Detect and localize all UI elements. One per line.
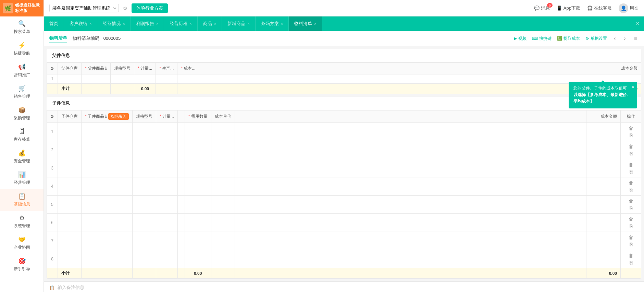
system-selector[interactable]: 装备及固定资产辅助管理系统 bbox=[49, 4, 119, 12]
delete-button[interactable]: 🗑 bbox=[627, 234, 635, 241]
child-unit-cost-cell[interactable] bbox=[211, 177, 235, 196]
sidebar-item-search[interactable]: 🔍 搜索菜单 bbox=[0, 16, 44, 38]
child-spec-cell[interactable] bbox=[132, 250, 156, 268]
child-unit-cell[interactable] bbox=[156, 196, 177, 214]
app-download-action[interactable]: 📱 App下载 bbox=[557, 5, 580, 11]
tab-profit-close[interactable]: × bbox=[156, 22, 158, 26]
tab-bom[interactable]: 物料清单 × bbox=[289, 16, 322, 31]
parent-col-settings[interactable]: ⚙ bbox=[47, 63, 58, 74]
child-unit-cost-cell[interactable] bbox=[211, 196, 235, 214]
sidebar-item-basic[interactable]: 📋 基础信息 bbox=[0, 189, 44, 211]
child-unit-cost-cell[interactable] bbox=[211, 141, 235, 159]
copy-button[interactable]: ⎘ bbox=[628, 259, 634, 266]
child-product-cell[interactable] bbox=[82, 232, 133, 250]
tab-profit[interactable]: 利润报告 × bbox=[131, 16, 164, 31]
child-qty-cell[interactable] bbox=[185, 123, 211, 141]
child-unit-cell[interactable] bbox=[156, 250, 177, 268]
delete-button[interactable]: 🗑 bbox=[627, 161, 635, 168]
tab-history-close[interactable]: × bbox=[189, 22, 191, 26]
delete-button[interactable]: 🗑 bbox=[627, 143, 635, 150]
child-spec-cell[interactable] bbox=[132, 159, 156, 177]
child-qty-cell[interactable] bbox=[185, 141, 211, 159]
sub-tab-bom-list[interactable]: 物料清单 bbox=[49, 34, 67, 43]
child-warehouse-cell[interactable] bbox=[58, 214, 82, 232]
child-warehouse-cell[interactable] bbox=[58, 123, 82, 141]
copy-button[interactable]: ⎘ bbox=[628, 132, 634, 139]
delete-button[interactable]: 🗑 bbox=[627, 216, 635, 223]
copy-button[interactable]: ⎘ bbox=[628, 150, 634, 157]
parent-warehouse-cell[interactable] bbox=[58, 74, 82, 84]
tab-new-goods[interactable]: 新增商品 × bbox=[222, 16, 255, 31]
child-spec-cell[interactable] bbox=[132, 123, 156, 141]
child-spec-cell[interactable] bbox=[132, 214, 156, 232]
child-product-cell[interactable] bbox=[82, 177, 133, 196]
child-unit-cell[interactable] bbox=[156, 159, 177, 177]
child-qty-cell[interactable] bbox=[185, 250, 211, 268]
sidebar-item-system[interactable]: ⚙ 系统管理 bbox=[0, 211, 44, 232]
child-qty-cell[interactable] bbox=[185, 232, 211, 250]
tab-operations[interactable]: 经营情况 × bbox=[97, 16, 131, 31]
child-col-settings[interactable]: ⚙ bbox=[47, 110, 58, 123]
child-product-cell[interactable] bbox=[82, 250, 133, 268]
tooltip-close-button[interactable]: × bbox=[632, 83, 634, 91]
settings-action[interactable]: ⚙ 单据设置 bbox=[585, 36, 607, 42]
delete-button[interactable]: 🗑 bbox=[627, 252, 635, 259]
tab-barcode[interactable]: 条码方案 × bbox=[256, 16, 289, 31]
tab-goods[interactable]: 商品 × bbox=[198, 16, 222, 31]
shortcut-action[interactable]: ⌨ 快捷键 bbox=[532, 36, 552, 42]
message-action[interactable]: 💬 消息 6 bbox=[534, 5, 550, 11]
tab-customer-close[interactable]: × bbox=[89, 22, 91, 26]
tab-new-goods-close[interactable]: × bbox=[247, 22, 249, 26]
child-qty-cell[interactable] bbox=[185, 177, 211, 196]
parent-production-cell[interactable] bbox=[156, 74, 177, 84]
sidebar-item-operations[interactable]: 📊 经营管理 bbox=[0, 167, 44, 189]
child-product-cell[interactable] bbox=[82, 214, 133, 232]
child-unit-cost-cell[interactable] bbox=[211, 232, 235, 250]
scan-button[interactable]: 扫码录入 bbox=[108, 113, 129, 120]
online-service-action[interactable]: 🎧 在线客服 bbox=[587, 5, 612, 11]
child-warehouse-cell[interactable] bbox=[58, 196, 82, 214]
tab-operations-close[interactable]: × bbox=[123, 22, 125, 26]
parent-cost-cell[interactable] bbox=[177, 74, 199, 84]
child-qty-cell[interactable] bbox=[185, 196, 211, 214]
child-qty-cell[interactable] bbox=[185, 159, 211, 177]
view-action[interactable]: ▶ 视频 bbox=[514, 36, 527, 42]
cost-action[interactable]: 💹 提取成本 bbox=[557, 36, 580, 42]
copy-button[interactable]: ⎘ bbox=[628, 223, 634, 230]
child-unit-cost-cell[interactable] bbox=[211, 214, 235, 232]
sidebar-item-sales[interactable]: 🛒 销售管理 bbox=[0, 81, 44, 103]
sidebar-item-marketing[interactable]: 📢 营销推广 bbox=[0, 60, 44, 81]
sidebar-item-finance[interactable]: 💰 资金管理 bbox=[0, 146, 44, 167]
tab-customer[interactable]: 客户联络 × bbox=[64, 16, 97, 31]
parent-spec-cell[interactable] bbox=[111, 74, 134, 84]
child-product-cell[interactable] bbox=[82, 196, 133, 214]
child-warehouse-cell[interactable] bbox=[58, 177, 82, 196]
sidebar-item-purchase[interactable]: 📦 采购管理 bbox=[0, 103, 44, 125]
close-all-button[interactable]: × bbox=[634, 21, 641, 27]
sidebar-item-guide[interactable]: 🎯 新手引导 bbox=[0, 254, 44, 276]
tab-goods-close[interactable]: × bbox=[214, 22, 216, 26]
copy-button[interactable]: ⎘ bbox=[628, 205, 634, 211]
child-unit-cell[interactable] bbox=[156, 123, 177, 141]
child-product-cell[interactable] bbox=[82, 159, 133, 177]
bottom-label[interactable]: 输入备注信息 bbox=[58, 284, 84, 291]
delete-button[interactable]: 🗑 bbox=[627, 198, 635, 205]
prev-button[interactable]: ‹ bbox=[612, 35, 617, 42]
system-settings-button[interactable]: ⚙ bbox=[122, 5, 129, 12]
child-spec-cell[interactable] bbox=[132, 177, 156, 196]
child-unit-cell[interactable] bbox=[156, 232, 177, 250]
child-unit-cell[interactable] bbox=[156, 141, 177, 159]
child-warehouse-cell[interactable] bbox=[58, 232, 82, 250]
menu-button[interactable]: ≡ bbox=[633, 35, 639, 42]
child-spec-cell[interactable] bbox=[132, 141, 156, 159]
tab-barcode-close[interactable]: × bbox=[281, 22, 283, 26]
child-unit-cost-cell[interactable] bbox=[211, 159, 235, 177]
sidebar-item-quick-nav[interactable]: ⚡ 快捷导航 bbox=[0, 38, 44, 60]
next-button[interactable]: › bbox=[622, 35, 627, 42]
child-unit-cost-cell[interactable] bbox=[211, 250, 235, 268]
copy-button[interactable]: ⎘ bbox=[628, 186, 634, 193]
parent-product-cell[interactable] bbox=[82, 74, 111, 84]
child-unit-cell[interactable] bbox=[156, 214, 177, 232]
user-action[interactable]: 👤 用友 bbox=[619, 3, 639, 13]
child-warehouse-cell[interactable] bbox=[58, 159, 82, 177]
